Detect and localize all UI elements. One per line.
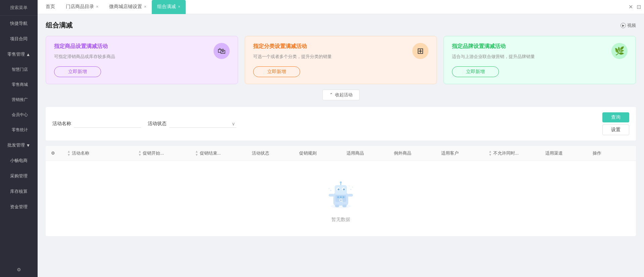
sort-end-icon[interactable]: ▲▼ xyxy=(195,150,198,157)
sidebar-item-finance-mgmt[interactable]: 资金管理 xyxy=(0,199,38,215)
sidebar-item-marketing[interactable]: 营销推广 xyxy=(0,92,38,107)
tab-home[interactable]: 首页 xyxy=(40,0,60,14)
activity-cards: 🛍 指定商品设置满减活动 可指定滞销商品或库存较多商品 立即新增 ⊞ 指定分类设… xyxy=(46,36,636,84)
brand-card-title: 指定品牌设置满减活动 xyxy=(452,43,628,50)
svg-point-7 xyxy=(338,188,339,189)
th-activity-status: 活动状态 xyxy=(252,150,299,156)
tab-bar-right: ✕ ⊡ xyxy=(628,4,641,10)
empty-state: 暂无数据 xyxy=(46,161,636,236)
svg-rect-20 xyxy=(342,205,347,207)
sidebar-item-retail-stats[interactable]: 零售统计 xyxy=(0,122,38,137)
sidebar: 搜索菜单 快捷导航 项目合同 零售管理 ▲ 智慧门店 零售商城 营销推广 会员中… xyxy=(0,0,38,277)
category-card-add-btn[interactable]: 立即新增 xyxy=(253,66,300,77)
svg-point-14 xyxy=(342,196,344,198)
query-button[interactable]: 查询 xyxy=(602,112,629,122)
sidebar-item-xiaochangec[interactable]: 小畅电商 xyxy=(0,153,38,168)
column-settings-icon: ⚙ xyxy=(51,151,55,156)
svg-point-23 xyxy=(349,186,350,186)
sidebar-item-purchase-mgmt[interactable]: 采购管理 xyxy=(0,168,38,184)
svg-point-25 xyxy=(329,188,330,189)
activity-name-label: 活动名称 xyxy=(52,121,71,127)
sidebar-item-retail-mall[interactable]: 零售商城 xyxy=(0,77,38,92)
sort-overlap-icon[interactable]: ▲▼ xyxy=(489,150,492,157)
product-card-title: 指定商品设置满减活动 xyxy=(54,43,230,50)
activity-status-field: 活动状态 进行中 未开始 已结束 ∨ xyxy=(148,119,236,128)
th-promo-end: ▲▼ 促销结束... xyxy=(195,150,252,157)
sidebar-item-quick-nav[interactable]: 快捷导航 xyxy=(0,16,38,31)
category-card-title: 指定分类设置满减活动 xyxy=(253,43,429,50)
close-tab-store-catalog[interactable]: × xyxy=(96,4,98,9)
sidebar-settings-btn[interactable]: ⚙ xyxy=(0,262,38,277)
empty-text: 暂无数据 xyxy=(331,217,350,223)
th-promo-start: ▲▼ 促销开始... xyxy=(138,150,195,157)
th-action: 操作 xyxy=(593,150,631,156)
page-header: 组合满减 ▶ 视频 xyxy=(46,21,636,30)
product-card-desc: 可指定滞销商品或库存较多商品 xyxy=(54,53,230,60)
sidebar-item-inventory-calc[interactable]: 库存核算 xyxy=(0,184,38,199)
tab-wechat-shop[interactable]: 微商城店铺设置 × xyxy=(104,0,152,14)
tab-store-catalog[interactable]: 门店商品目录 × xyxy=(60,0,104,14)
category-card-desc: 可选一个或者多个分类，提升分类的销量 xyxy=(253,53,429,60)
sidebar-item-retail-mgmt[interactable]: 零售管理 ▲ xyxy=(0,47,38,62)
tab-bar: 首页 门店商品目录 × 微商城店铺设置 × 组合满减 × ✕ ⊡ xyxy=(38,0,644,14)
th-applicable-customer: 适用客户 xyxy=(441,150,489,156)
svg-point-10 xyxy=(340,181,342,183)
collapse-icon: ⌃ xyxy=(329,92,333,97)
product-activity-card: 🛍 指定商品设置满减活动 可指定滞销商品或库存较多商品 立即新增 xyxy=(46,36,238,84)
activity-status-select-wrapper: 进行中 未开始 已结束 ∨ xyxy=(169,119,236,128)
brand-card-add-btn[interactable]: 立即新增 xyxy=(452,66,499,77)
page-title: 组合满减 xyxy=(46,21,73,30)
sidebar-search[interactable]: 搜索菜单 xyxy=(0,0,38,16)
search-actions: 查询 设置 xyxy=(602,112,629,135)
svg-rect-19 xyxy=(335,205,339,207)
th-no-overlap: ▲▼ 不允许同时... xyxy=(489,150,545,157)
th-promo-rule: 促销规则 xyxy=(299,150,347,156)
brand-activity-card: 🌿 指定品牌设置满减活动 适合与上游企业联合做营销，提升品牌销量 立即新增 xyxy=(444,36,636,84)
activity-name-input[interactable] xyxy=(74,119,141,128)
svg-rect-18 xyxy=(348,194,353,197)
th-activity-name: ▲▼ 活动名称 xyxy=(67,150,138,157)
maximize-window-btn[interactable]: ⊡ xyxy=(636,4,641,10)
collapse-activity-btn[interactable]: ⌃ 收起活动 xyxy=(322,90,360,100)
product-card-add-btn[interactable]: 立即新增 xyxy=(54,66,101,77)
table-header: ⚙ ▲▼ 活动名称 ▲▼ 促销开始... ▲▼ 促销结束... 活动状态 xyxy=(46,146,636,161)
sidebar-item-project-contract[interactable]: 项目合同 xyxy=(0,31,38,47)
content-area: 组合满减 ▶ 视频 🛍 指定商品设置满减活动 可指定滞销商品或库存较多商品 立即… xyxy=(38,14,644,277)
svg-point-21 xyxy=(350,189,352,190)
sort-name-icon[interactable]: ▲▼ xyxy=(67,150,71,157)
table-container: ⚙ ▲▼ 活动名称 ▲▼ 促销开始... ▲▼ 促销结束... 活动状态 xyxy=(46,146,636,236)
close-tab-wechat-shop[interactable]: × xyxy=(144,4,146,9)
search-bar: 活动名称 活动状态 进行中 未开始 已结束 ∨ 查询 设置 xyxy=(46,107,636,141)
svg-rect-17 xyxy=(329,194,334,197)
activity-status-select[interactable]: 进行中 未开始 已结束 xyxy=(169,119,236,128)
empty-illustration xyxy=(324,181,358,211)
th-applicable-goods: 适用商品 xyxy=(347,150,394,156)
brand-card-icon: 🌿 xyxy=(611,43,628,59)
settings-button[interactable]: 设置 xyxy=(602,124,629,135)
svg-rect-2 xyxy=(335,185,347,195)
settings-icon: ⚙ xyxy=(17,267,21,272)
tab-combo-discount[interactable]: 组合满减 × xyxy=(152,0,186,14)
svg-point-13 xyxy=(340,196,342,198)
svg-point-12 xyxy=(337,196,339,198)
svg-point-22 xyxy=(352,186,353,187)
th-applicable-channel: 适用渠道 xyxy=(545,150,593,156)
svg-point-8 xyxy=(344,188,345,189)
video-link[interactable]: ▶ 视频 xyxy=(620,22,636,29)
sidebar-item-member-center[interactable]: 会员中心 xyxy=(0,107,38,122)
expand-icon-wholesale: ▼ xyxy=(26,143,31,148)
close-window-btn[interactable]: ✕ xyxy=(628,4,633,10)
th-settings[interactable]: ⚙ xyxy=(51,151,67,156)
close-tab-combo-discount[interactable]: × xyxy=(178,4,180,9)
main-area: 首页 门店商品目录 × 微商城店铺设置 × 组合满减 × ✕ ⊡ 组合满减 ▶ … xyxy=(38,0,644,277)
collapse-bar: ⌃ 收起活动 xyxy=(46,90,636,100)
th-exception-goods: 例外商品 xyxy=(394,150,441,156)
sidebar-item-smart-store[interactable]: 智慧门店 xyxy=(0,62,38,77)
svg-point-24 xyxy=(330,190,331,191)
activity-name-field: 活动名称 xyxy=(52,119,141,128)
product-card-icon: 🛍 xyxy=(214,43,230,59)
activity-status-label: 活动状态 xyxy=(148,121,167,127)
sort-start-icon[interactable]: ▲▼ xyxy=(138,150,142,157)
sidebar-item-wholesale-mgmt[interactable]: 批发管理 ▼ xyxy=(0,137,38,153)
expand-icon: ▲ xyxy=(26,52,31,57)
